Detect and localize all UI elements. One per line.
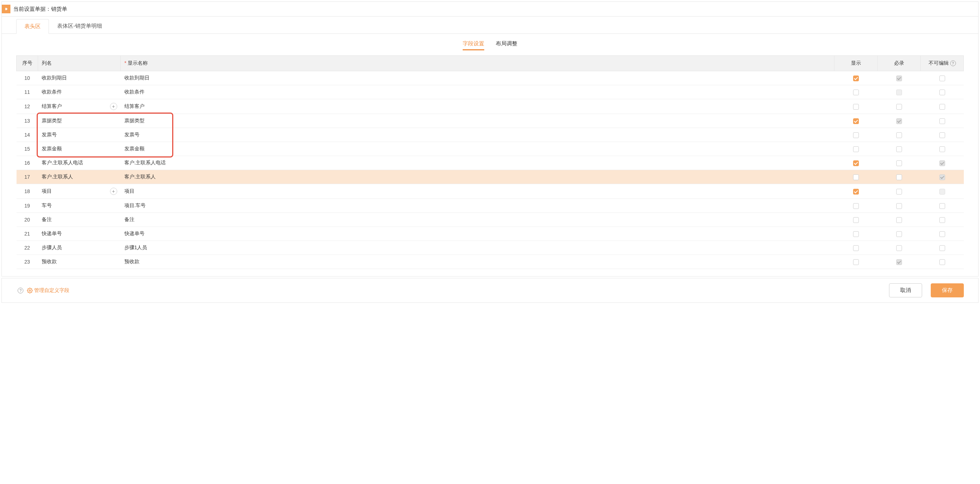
row-displayname[interactable]: 项目.车号	[121, 199, 834, 213]
show-checkbox[interactable]	[853, 146, 859, 152]
row-seq: 23	[16, 255, 38, 269]
add-icon[interactable]: +	[110, 188, 117, 195]
chevron-right-icon	[3, 6, 9, 11]
required-checkbox[interactable]	[896, 132, 902, 138]
readonly-checkbox[interactable]	[939, 231, 945, 237]
show-checkbox[interactable]	[853, 160, 859, 166]
readonly-checkbox[interactable]	[939, 89, 945, 95]
readonly-checkbox[interactable]	[939, 203, 945, 209]
row-show-cell	[834, 184, 878, 199]
tab-0[interactable]: 表头区	[16, 19, 49, 34]
readonly-checkbox[interactable]	[939, 75, 945, 81]
show-checkbox[interactable]	[853, 104, 859, 110]
required-checkbox[interactable]	[896, 146, 902, 152]
row-colname: 车号	[38, 199, 121, 213]
show-checkbox[interactable]	[853, 189, 859, 194]
row-seq: 13	[16, 114, 38, 128]
row-displayname[interactable]: 发票号	[121, 128, 834, 142]
table-wrap: 序号 列名 *显示名称 显示 必录 不可编辑? 10收款到期日收款到期日11收款…	[2, 56, 978, 276]
row-seq: 15	[16, 142, 38, 156]
required-checkbox	[896, 89, 902, 95]
readonly-checkbox[interactable]	[939, 132, 945, 138]
footer-right: 取消 保存	[889, 283, 964, 298]
panel-toggle-button[interactable]	[2, 5, 10, 13]
show-checkbox[interactable]	[853, 259, 859, 265]
show-checkbox[interactable]	[853, 118, 859, 124]
row-displayname[interactable]: 票据类型	[121, 114, 834, 128]
row-required-cell	[878, 199, 921, 213]
show-checkbox[interactable]	[853, 231, 859, 237]
subtab-1[interactable]: 布局调整	[496, 40, 517, 50]
readonly-checkbox	[939, 160, 945, 166]
show-checkbox[interactable]	[853, 132, 859, 138]
required-checkbox[interactable]	[896, 231, 902, 237]
row-colname: 票据类型	[38, 114, 121, 128]
required-checkbox[interactable]	[896, 174, 902, 180]
readonly-checkbox[interactable]	[939, 217, 945, 223]
row-displayname[interactable]: 步骤1人员	[121, 241, 834, 255]
row-colname: 客户.主联系人电话	[38, 156, 121, 170]
table-row: 12结算客户+结算客户	[16, 99, 964, 114]
readonly-checkbox[interactable]	[939, 146, 945, 152]
row-readonly-cell	[921, 156, 964, 170]
required-checkbox[interactable]	[896, 203, 902, 209]
show-checkbox[interactable]	[853, 89, 859, 95]
readonly-checkbox[interactable]	[939, 118, 945, 124]
required-checkbox[interactable]	[896, 104, 902, 110]
row-displayname[interactable]: 快递单号	[121, 227, 834, 241]
required-checkbox[interactable]	[896, 245, 902, 251]
row-displayname[interactable]: 项目	[121, 184, 834, 199]
row-displayname[interactable]: 客户.主联系人	[121, 170, 834, 184]
show-checkbox[interactable]	[853, 217, 859, 223]
help-icon[interactable]: ?	[950, 61, 956, 66]
show-checkbox[interactable]	[853, 245, 859, 251]
row-readonly-cell	[921, 85, 964, 99]
row-colname: 快递单号	[38, 227, 121, 241]
row-seq: 10	[16, 71, 38, 85]
tab-1[interactable]: 表体区-销货单明细	[49, 19, 110, 33]
row-show-cell	[834, 99, 878, 114]
required-checkbox[interactable]	[896, 160, 902, 166]
row-show-cell	[834, 213, 878, 227]
row-displayname[interactable]: 发票金额	[121, 142, 834, 156]
row-required-cell	[878, 99, 921, 114]
row-displayname[interactable]: 收款到期日	[121, 71, 834, 85]
row-readonly-cell	[921, 241, 964, 255]
cancel-button[interactable]: 取消	[889, 283, 922, 298]
show-checkbox[interactable]	[853, 174, 859, 180]
row-required-cell	[878, 227, 921, 241]
subtab-0[interactable]: 字段设置	[463, 40, 484, 50]
row-required-cell	[878, 142, 921, 156]
row-readonly-cell	[921, 99, 964, 114]
row-required-cell	[878, 114, 921, 128]
manage-custom-fields-link[interactable]: 管理自定义字段	[27, 287, 69, 294]
show-checkbox[interactable]	[853, 203, 859, 209]
sub-tabs: 字段设置布局调整	[2, 33, 978, 56]
required-checkbox[interactable]	[896, 217, 902, 223]
row-show-cell	[834, 170, 878, 184]
row-displayname[interactable]: 结算客户	[121, 99, 834, 114]
row-readonly-cell	[921, 71, 964, 85]
save-button[interactable]: 保存	[931, 283, 964, 298]
row-show-cell	[834, 227, 878, 241]
add-icon[interactable]: +	[110, 103, 117, 110]
row-displayname[interactable]: 客户.主联系人电话	[121, 156, 834, 170]
readonly-checkbox[interactable]	[939, 104, 945, 110]
row-displayname[interactable]: 预收款	[121, 255, 834, 269]
row-displayname[interactable]: 收款条件	[121, 85, 834, 99]
row-show-cell	[834, 128, 878, 142]
row-seq: 17	[16, 170, 38, 184]
row-required-cell	[878, 170, 921, 184]
row-displayname[interactable]: 备注	[121, 213, 834, 227]
required-checkbox[interactable]	[896, 189, 902, 194]
row-colname: 收款条件	[38, 85, 121, 99]
help-icon[interactable]: ?	[18, 288, 23, 293]
table-body: 10收款到期日收款到期日11收款条件收款条件12结算客户+结算客户13票据类型票…	[16, 71, 964, 269]
row-readonly-cell	[921, 142, 964, 156]
required-checkbox	[896, 75, 902, 81]
show-checkbox[interactable]	[853, 75, 859, 81]
row-seq: 14	[16, 128, 38, 142]
readonly-checkbox[interactable]	[939, 245, 945, 251]
row-colname: 发票金额	[38, 142, 121, 156]
readonly-checkbox[interactable]	[939, 259, 945, 265]
